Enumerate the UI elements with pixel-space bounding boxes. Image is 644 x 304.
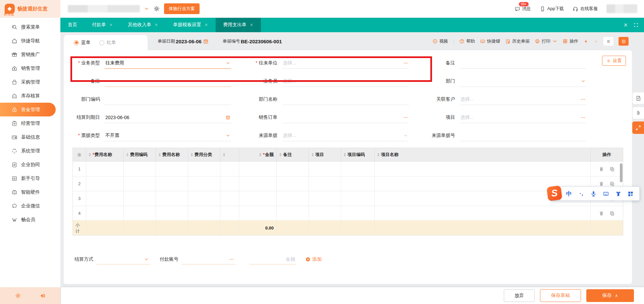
copy-row-icon[interactable] [609, 166, 615, 172]
business-type-select[interactable]: 往来费用 [105, 57, 231, 69]
video-button[interactable]: 视频 [432, 38, 448, 44]
attachment-button[interactable] [632, 107, 644, 119]
sidebar-item-member[interactable]: 畅会员 [0, 213, 60, 226]
delete-row-icon[interactable] [599, 181, 604, 187]
sidebar-item-purchase[interactable]: 采购管理 [0, 75, 60, 89]
draft-button[interactable] [632, 92, 644, 104]
cell-project-code[interactable] [341, 206, 375, 220]
cell-project-code[interactable] [341, 191, 375, 206]
doc-date-value[interactable]: 2023-06-06 [176, 39, 202, 44]
cell-remark[interactable] [277, 191, 309, 206]
settlement-due-date-input[interactable]: 2023-06-06 [105, 112, 231, 123]
operations-button[interactable]: 操作 [562, 38, 578, 44]
calendar-icon[interactable] [203, 39, 209, 44]
ellipsis-icon[interactable] [403, 115, 408, 120]
tab-other-income-doc[interactable]: 其他收入单 [120, 17, 166, 32]
project-picker[interactable]: 选择... [460, 112, 586, 123]
app-download-button[interactable]: App下载 [540, 6, 564, 12]
sort-icon[interactable] [312, 153, 314, 157]
history-docs-button[interactable]: 历史单据 [505, 38, 530, 44]
cell-expense-code[interactable] [124, 161, 156, 176]
cell-remark[interactable] [277, 176, 309, 191]
cell-expense-name[interactable] [86, 161, 124, 176]
cell-expense-category[interactable] [188, 161, 220, 176]
payment-amount-input[interactable]: 金额 [250, 254, 297, 264]
ime-mic-icon[interactable] [587, 191, 600, 197]
ime-punctuation-toggle[interactable]: ·, [575, 190, 588, 197]
sidebar-item-quick-nav[interactable]: 快捷导航 [0, 34, 60, 48]
counterparty-picker[interactable]: 选择... [282, 57, 409, 69]
cell-amount[interactable] [239, 191, 277, 206]
sidebar-item-basic-info[interactable]: 基础信息 [0, 130, 60, 144]
cell-expense-category[interactable] [188, 191, 220, 206]
ellipsis-icon[interactable] [403, 79, 408, 84]
ime-keyboard-icon[interactable] [600, 191, 612, 197]
col-expense-name2[interactable]: 费用名称 [156, 148, 188, 161]
help-button[interactable]: 帮助 [459, 38, 475, 44]
sidebar-item-operations[interactable]: 经营管理 [0, 116, 60, 130]
tab-expense-doc[interactable]: 费用支出单 [216, 17, 261, 32]
sidebar-item-system[interactable]: 系统管理 [0, 144, 60, 158]
cell-amount[interactable] [239, 176, 277, 191]
sidebar-item-funds[interactable]: 资金管理 [0, 103, 56, 116]
ellipsis-icon[interactable] [229, 257, 234, 262]
sort-icon[interactable] [344, 153, 346, 157]
online-support-button[interactable]: 在线客服 [573, 6, 598, 12]
cell-project-code[interactable] [341, 161, 375, 176]
cell-expense-name2[interactable] [156, 161, 188, 176]
related-customer-picker[interactable]: 选择... [460, 94, 586, 105]
chevron-down-icon[interactable] [225, 133, 230, 138]
save-button[interactable]: 保存 ∧ [586, 289, 634, 302]
tab-home[interactable]: 首页 [60, 17, 85, 32]
cell-project[interactable] [309, 191, 341, 206]
prev-doc-arrow-icon[interactable] [583, 39, 588, 44]
col-expense-code[interactable]: 费用编码 [124, 148, 156, 161]
close-icon[interactable] [154, 23, 158, 27]
cell-expense-name2[interactable] [156, 191, 188, 206]
collapse-sidebar-icon[interactable] [39, 293, 46, 299]
cell-expense-code[interactable] [124, 191, 156, 206]
ime-skin-icon[interactable] [612, 191, 625, 197]
invoice-type-select[interactable]: 不开票 [105, 130, 231, 141]
cell-project[interactable] [309, 176, 341, 191]
salesperson-picker[interactable]: 选择... [282, 75, 409, 87]
trial-plan-button[interactable]: 体验行业方案 [164, 3, 200, 14]
department-code-input[interactable] [105, 94, 231, 105]
col-project-name[interactable]: 项目名称 [375, 148, 591, 161]
cell-expense-code[interactable] [124, 176, 156, 191]
payment-account-picker[interactable] [182, 254, 235, 264]
col-amount[interactable]: 金额 [239, 148, 277, 161]
cell-amount[interactable] [239, 161, 277, 176]
cell-expense-name[interactable] [86, 206, 124, 220]
tab-payment-doc[interactable]: 付款单 [85, 17, 120, 32]
col-expense-category[interactable]: 费用分类 [188, 148, 220, 161]
department-select[interactable] [460, 75, 586, 87]
gear-icon[interactable] [153, 5, 160, 12]
chevron-down-icon[interactable] [144, 257, 149, 262]
save-draft-button[interactable]: 保存草稿 [540, 289, 581, 302]
sort-icon[interactable] [89, 153, 91, 157]
department-name-input[interactable] [282, 94, 409, 105]
delete-row-icon[interactable] [599, 166, 604, 172]
chevron-down-icon[interactable] [144, 6, 149, 11]
col-expense-name[interactable]: 费用名称 [86, 148, 124, 161]
messages-button[interactable]: 99+ 消息 [515, 6, 531, 12]
cell-expense-category[interactable] [188, 176, 220, 191]
close-icon[interactable] [204, 23, 208, 27]
sidebar-item-inventory[interactable]: 库存核算 [0, 89, 60, 103]
copy-row-icon[interactable] [609, 211, 615, 216]
cell-project-code[interactable] [341, 176, 375, 191]
table-scrollbar[interactable] [620, 163, 623, 182]
sidebar-item-beginner-guide[interactable]: 新手引导 [0, 171, 60, 185]
ime-toolbox-icon[interactable] [624, 191, 637, 197]
sort-icon[interactable] [377, 153, 379, 157]
radio-blue-doc[interactable]: 蓝单 [74, 40, 91, 46]
cell-blank[interactable] [220, 161, 239, 176]
sort-icon[interactable] [126, 153, 128, 157]
source-doc-number-input[interactable] [460, 130, 586, 141]
cell-project-name[interactable] [375, 161, 591, 176]
company-selector[interactable]: 体验行业方案 [68, 3, 200, 14]
sidebar-item-marketing[interactable]: 营销推广 [0, 48, 60, 61]
sort-icon[interactable] [191, 153, 193, 157]
sidebar-item-smart-hardware[interactable]: 智能硬件 [0, 185, 60, 199]
